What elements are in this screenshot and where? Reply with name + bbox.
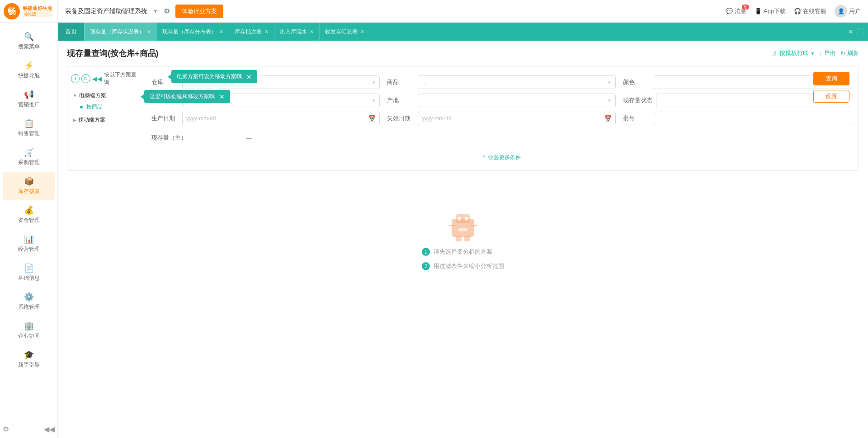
headset-icon: 🎧	[794, 8, 801, 14]
logo-icon: 畅	[4, 3, 20, 19]
sidebar-item-inventory[interactable]: 📦 库存核算	[3, 172, 55, 200]
filter-row-4: 现存量（主） —	[151, 130, 851, 146]
export-button[interactable]: ↑ 导出	[820, 49, 836, 57]
enterprise-nav-icon: 🏢	[24, 321, 34, 331]
filter-add-icon[interactable]: +	[71, 74, 80, 83]
sidebar-item-basic[interactable]: 📄 基础信息	[3, 259, 55, 287]
sidebar-item-label: 资金管理	[18, 217, 40, 224]
batch-num-field: 批号	[623, 112, 851, 125]
notification-badge: 6	[742, 5, 749, 9]
tab-summary[interactable]: 收发存汇总表 ✕	[319, 23, 370, 41]
batch-num-input[interactable]	[654, 112, 851, 125]
top-settings-icon[interactable]: ⚙	[164, 7, 170, 15]
sidebar-item-enterprise[interactable]: 🏢 企业协同	[3, 316, 55, 344]
tab-close-all[interactable]: ✕	[848, 28, 854, 35]
top-left: 装备及固定资产辅助管理系统 ▼ ⚙ 体验行业方案	[65, 5, 223, 18]
collapse-arrow-up: ⌃	[482, 155, 486, 161]
sidebar-item-label: 搜索菜单	[18, 43, 40, 51]
sidebar-item-business[interactable]: 📊 经营管理	[3, 230, 55, 258]
app-download-action[interactable]: 📱 App下载	[755, 7, 786, 15]
scheme-by-product[interactable]: 按商品	[71, 101, 140, 113]
tooltip-text: 电脑方案可设为移动方案哦	[177, 73, 242, 80]
mobile-scheme-label: 移动端方案	[78, 116, 105, 124]
tab-home[interactable]: 首页	[58, 23, 84, 41]
sidebar: 畅 畅捷通好生意 标准版 🔍 搜索菜单 ⚡ 快捷导航 📢 营销推广 📋 销售管理…	[0, 0, 58, 438]
reset-button[interactable]: 设置	[813, 90, 849, 103]
system-nav-icon: ⚙️	[24, 292, 34, 302]
sidebar-item-guide[interactable]: 🎓 新手引导	[3, 345, 55, 373]
origin-field: 产地 ▼	[387, 94, 615, 107]
refresh-button[interactable]: ↻ 刷新	[840, 49, 859, 57]
tooltip-close-1[interactable]: ✕	[246, 73, 252, 80]
qty-min-input[interactable]	[190, 132, 245, 144]
purchase-nav-icon: 🛒	[24, 147, 34, 157]
message-icon: 💬	[726, 8, 733, 14]
trial-button[interactable]: 体验行业方案	[175, 5, 223, 18]
sidebar-item-search[interactable]: 🔍 搜索菜单	[3, 27, 55, 55]
filter-back-icon[interactable]: ◀◀	[92, 75, 102, 82]
sidebar-item-label: 快捷导航	[18, 72, 40, 80]
sidebar-item-label: 经营管理	[18, 245, 40, 253]
scheme-mobile-group[interactable]: ▶ 移动端方案	[71, 114, 140, 126]
tab-inventory-dist[interactable]: 现存量（库存分布表） ✕	[156, 23, 229, 41]
message-action[interactable]: 💬 消息 6	[726, 7, 746, 15]
tab-close-5[interactable]: ✕	[360, 29, 364, 35]
origin-select[interactable]: ▼	[418, 94, 615, 107]
empty-hint: 1 请先选择要分析的方案 2 用过滤条件来缩小分析范围	[422, 246, 504, 272]
template-print-button[interactable]: 🖨 按模板打印 ▼	[772, 49, 815, 57]
sidebar-item-marketing[interactable]: 📢 营销推广	[3, 85, 55, 113]
tab-close-3[interactable]: ✕	[264, 29, 269, 35]
product-select[interactable]: ... ▼	[418, 75, 615, 89]
tab-expand[interactable]: ⛶	[857, 28, 863, 35]
sidebar-item-quick[interactable]: ⚡ 快捷导航	[3, 56, 55, 84]
user-action[interactable]: 👤 用户	[835, 5, 861, 18]
step-2-num: 2	[422, 262, 430, 270]
sidebar-item-label: 库存核算	[18, 188, 40, 195]
print-icon: 🖨	[772, 50, 778, 57]
filter-label: 按以下方案查询	[104, 71, 141, 86]
scheme-tooltip: 电脑方案可设为移动方案哦 ✕	[171, 70, 257, 83]
expire-date-input[interactable]: yyyy-mm-dd 📅	[418, 112, 615, 125]
sales-nav-icon: 📋	[24, 118, 34, 128]
inventory-nav-icon: 📦	[24, 176, 34, 186]
refresh-icon: ↻	[840, 50, 845, 57]
content-area: 现存量查询(按仓库+商品) 🖨 按模板打印 ▼ ↑ 导出 ↻ 刷新	[58, 41, 868, 438]
product-field: 商品 ... ▼	[387, 75, 615, 89]
filter-refresh-icon[interactable]: ↻	[81, 74, 90, 83]
produce-date-input[interactable]: yyyy-mm-dd 📅	[182, 112, 380, 125]
hint-step-2-text: 用过滤条件来缩小分析范围	[434, 260, 504, 272]
finance-nav-icon: 💰	[24, 205, 34, 215]
sidebar-item-sales[interactable]: 📋 销售管理	[3, 114, 55, 142]
edit-tooltip-text: 这里可以创建和修改方案哦	[150, 93, 215, 100]
print-dropdown-icon: ▼	[811, 51, 815, 56]
svg-rect-4	[458, 228, 467, 231]
sidebar-item-system[interactable]: ⚙️ 系统管理	[3, 287, 55, 316]
collapse-bar[interactable]: ⌃ 收起更多条件	[151, 150, 851, 165]
tab-batch-account[interactable]: 库存批次账 ✕	[229, 23, 274, 41]
settings-bottom-icon[interactable]: ⚙	[3, 425, 9, 433]
system-dropdown-arrow[interactable]: ▼	[153, 8, 158, 14]
online-service-action[interactable]: 🎧 在线客服	[794, 7, 826, 15]
collapse-sidebar-icon[interactable]: ◀◀	[44, 425, 55, 433]
sidebar-item-label: 营销推广	[18, 101, 40, 108]
qty-main-label: 现存量（主）	[151, 134, 187, 142]
scheme-desktop-group[interactable]: ▼ 电脑端方案	[71, 90, 140, 101]
collapse-label: 收起更多条件	[488, 154, 521, 161]
page-actions: 🖨 按模板打印 ▼ ↑ 导出 ↻ 刷新	[772, 49, 859, 57]
tooltip-close-2[interactable]: ✕	[219, 93, 225, 100]
sidebar-item-finance[interactable]: 💰 资金管理	[3, 201, 55, 229]
tab-flow[interactable]: 出入库流水 ✕	[274, 23, 319, 41]
expire-date-label: 失效日期	[387, 114, 414, 122]
logo-text: 畅捷通好生意 标准版	[23, 5, 52, 18]
scheme-item-label: 按商品	[86, 103, 103, 111]
tab-inventory-status[interactable]: 现存量（库存状况表） ✕	[84, 23, 156, 41]
business-nav-icon: 📊	[24, 234, 34, 244]
query-button[interactable]: 查询	[813, 72, 849, 85]
tab-close-1[interactable]: ✕	[147, 29, 151, 35]
sidebar-item-purchase[interactable]: 🛒 采购管理	[3, 143, 55, 171]
filter-section: + ↻ ◀◀ 按以下方案查询 ▼ 电脑端方案 按商品	[67, 66, 859, 171]
quick-nav-icon: ⚡	[24, 61, 34, 71]
tab-close-4[interactable]: ✕	[310, 29, 314, 35]
qty-max-input[interactable]	[254, 132, 308, 144]
tab-close-2[interactable]: ✕	[219, 29, 223, 35]
